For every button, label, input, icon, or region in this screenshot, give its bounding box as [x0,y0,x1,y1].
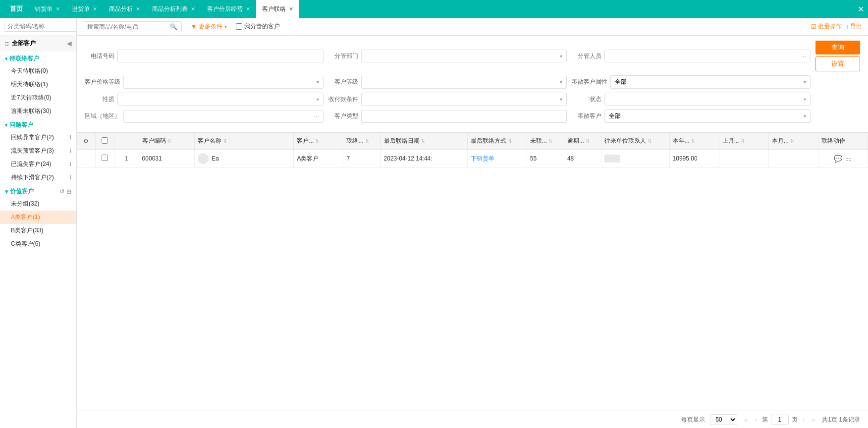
sidebar-item-repurchase-abnormal[interactable]: 回购异常客户(2) ℹ [0,131,76,144]
sidebar-header: :: 全部客户 ◀ [0,35,76,52]
sidebar-item-ungrouped[interactable]: 未分组(32) [0,197,76,211]
page-input[interactable] [771,415,789,425]
nature-select[interactable]: ▾ [117,93,324,106]
value-settings-icon[interactable]: ⊟ [66,188,71,195]
thismonth-sort-icon[interactable]: ⇅ [790,138,794,144]
my-customers-check[interactable]: 我分管的客户 [236,22,280,31]
col-header-year[interactable]: 本年... ⇅ [669,133,719,150]
col-header-type[interactable]: 客户... ⇅ [294,133,343,150]
sidebar-group-pending[interactable]: ▾ 待联络客户 [0,52,76,64]
export-btn[interactable]: ↑ 导出 [846,22,862,31]
region-select[interactable]: ··· [123,110,324,123]
close-tab-customercontact[interactable]: ✕ [289,6,293,12]
scatter-attr-select[interactable]: 全部 ▾ [610,75,811,89]
filter-search-input[interactable] [87,23,167,30]
status-select[interactable]: ▾ [604,93,811,106]
page-prev-btn[interactable]: ‹ [753,416,759,424]
filter-phone: 电话号码 [85,50,324,62]
row-name-cell[interactable]: Ea [195,150,294,168]
lastmonth-sort-icon[interactable]: ⇅ [741,138,745,144]
sidebar-search-input[interactable] [4,21,77,32]
year-sort-icon[interactable]: ⇅ [691,138,695,144]
nav-tab-analysislist[interactable]: 商品分析列表 ✕ [146,0,201,18]
date-sort-icon[interactable]: ⇅ [421,138,425,144]
row-checkbox[interactable] [102,155,108,161]
method-sort-icon[interactable]: ⇅ [508,138,512,144]
price-grade-select[interactable]: ▾ [123,76,324,89]
type-sort-icon[interactable]: ⇅ [315,138,319,144]
payment-select[interactable]: ▾ [361,93,567,106]
query-button[interactable]: 查询 [815,41,860,54]
phone-input[interactable] [117,50,324,62]
code-sort-icon[interactable]: ⇅ [167,138,171,144]
uncontact-sort-icon[interactable]: ⇅ [548,138,552,144]
filter-search-icon[interactable]: 🔍 [170,23,177,30]
page-last-btn[interactable]: » [810,416,817,424]
sidebar-item-churned[interactable]: 已流失客户(24) ℹ [0,158,76,171]
close-tab-customerlayer[interactable]: ✕ [246,6,250,12]
page-size-select[interactable]: 50 100 200 [710,414,737,425]
col-header-contact[interactable]: 联络... ⇅ [343,133,380,150]
col-header-code[interactable]: 客户编码 ⇅ [139,133,195,150]
sidebar-item-overdue[interactable]: 逾期未联络(30) [0,105,76,118]
dept-select[interactable]: ▾ [361,50,567,62]
row-code-cell[interactable]: 000031 [139,150,195,168]
close-tab-salesorder[interactable]: ✕ [55,6,60,12]
nav-tab-salesorder[interactable]: 销货单 ✕ [29,0,66,18]
sidebar-item-b-class[interactable]: B类客户(33) [0,224,76,237]
prev-sort-icon[interactable]: ⇅ [648,138,651,144]
name-sort-icon[interactable]: ⇅ [223,138,227,144]
my-customers-checkbox[interactable] [236,23,242,30]
table-header-row: ⚙ 客户编码 ⇅ [77,133,868,150]
sidebar-collapse-icon[interactable]: ◀ [67,40,71,47]
row-gear-cell [77,150,96,168]
close-tab-analysislist[interactable]: ✕ [191,6,195,12]
row-link-icon[interactable]: ⚏ [845,155,852,162]
col-header-prev[interactable]: 往来单位联系人 ⇅ [601,133,669,150]
close-tab-analysis[interactable]: ✕ [136,6,140,12]
close-all-tabs[interactable]: ✕ [858,4,864,14]
col-header-gear[interactable]: ⚙ [77,133,96,150]
scatter-select[interactable]: 全部 ▾ [604,109,811,123]
nav-tab-productanalysis[interactable]: 商品分析 ✕ [103,0,146,18]
sidebar-group-value[interactable]: ▾ 价值客户 ↺ ⊟ [0,184,76,197]
more-conditions-btn[interactable]: ▼ 更多条件 ▾ [187,21,231,32]
col-header-name[interactable]: 客户名称 ⇅ [195,133,294,150]
nav-tab-customercontact[interactable]: 客户联络 ✕ [256,0,299,18]
close-tab-purchase[interactable]: ✕ [93,6,97,12]
settings-button[interactable]: 设置 [815,56,860,71]
sidebar-item-7days[interactable]: 近7天待联络(0) [0,91,76,105]
sidebar-item-churn-warning[interactable]: 流失预警客户(3) ℹ [0,144,76,158]
gear-icon[interactable]: ⚙ [83,138,89,145]
col-header-thismonth[interactable]: 本月... ⇅ [768,133,818,150]
col-header-lastmonth[interactable]: 上月... ⇅ [719,133,768,150]
overdue-sort-icon[interactable]: ⇅ [586,138,590,144]
col-header-date[interactable]: 最后联络日期 ⇅ [380,133,467,150]
manager-select[interactable]: ··· [604,50,811,62]
col-header-uncontact[interactable]: 未联... ⇅ [527,133,564,150]
row-comment-icon[interactable]: 💬 [834,155,842,162]
sidebar-item-a-class[interactable]: A类客户(1) [0,211,76,224]
col-header-overdue[interactable]: 逾期... ⇅ [564,133,601,150]
row-method[interactable]: 下销货单 [471,155,494,162]
contact-sort-icon[interactable]: ⇅ [365,138,369,144]
sidebar-item-today[interactable]: 今天待联络(0) [0,64,76,78]
nav-home[interactable]: 首页 [4,0,29,18]
horizontal-scrollbar[interactable] [77,404,868,411]
page-first-btn[interactable]: « [742,416,750,424]
scatter-attr-value: 全部 [615,78,627,86]
sidebar-item-declining[interactable]: 持续下滑客户(2) ℹ [0,171,76,184]
sidebar-group-problem[interactable]: ▾ 问题客户 [0,118,76,131]
row-method-cell[interactable]: 下销货单 [467,150,527,168]
customer-type-select[interactable] [361,110,567,123]
col-header-method[interactable]: 最后联络方式 ⇅ [467,133,527,150]
value-refresh-icon[interactable]: ↺ [59,188,64,195]
select-all-checkbox[interactable] [102,137,108,144]
sidebar-item-c-class[interactable]: C类客户(6) [0,237,76,251]
batch-ops-btn[interactable]: ☑ 批量操作 [811,22,842,31]
nav-tab-purchaseorder[interactable]: 进货单 ✕ [66,0,103,18]
customer-grade-select[interactable]: ▾ [361,76,567,89]
sidebar-item-tomorrow[interactable]: 明天待联络(1) [0,78,76,91]
page-next-btn[interactable]: › [801,416,807,424]
nav-tab-customerlayer[interactable]: 客户分层经营 ✕ [201,0,256,18]
